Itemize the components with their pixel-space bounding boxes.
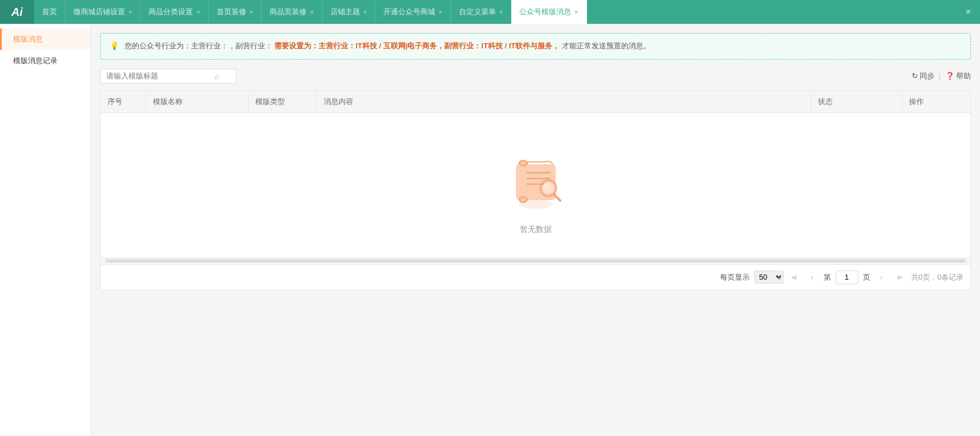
nav-tab-category[interactable]: 商品分类设置 ×: [140, 0, 208, 24]
notice-highlight: 需要设置为：主营行业：IT科技 / 互联网|电子商务，副营行业：IT科技 / I…: [274, 41, 560, 50]
total-info: 共0页，0条记录: [911, 272, 964, 283]
horizontal-scrollbar[interactable]: [101, 258, 970, 264]
help-label: 帮助: [956, 71, 971, 81]
main-layout: 模版消息 模版消息记录 💡 您的公众号行业为：主营行业：，副营行业： 需要设置为…: [0, 24, 980, 436]
nav-tab-category-close[interactable]: ×: [196, 9, 200, 15]
sidebar-item-template-msg[interactable]: 模版消息: [0, 28, 90, 50]
search-input-wrap: ⌕: [100, 69, 237, 84]
sync-label: 同步: [920, 71, 934, 81]
notice-icon: 💡: [110, 41, 119, 50]
nav-tab-homepage[interactable]: 首页装修 ×: [209, 0, 262, 24]
scrollbar-track[interactable]: [105, 259, 966, 263]
nav-tab-shop-settings[interactable]: 微商城店铺设置 ×: [65, 0, 140, 24]
nav-tab-template-msg[interactable]: 公众号模版消息 ×: [511, 0, 586, 24]
svg-point-4: [520, 197, 526, 202]
sidebar: 模版消息 模版消息记录: [0, 24, 91, 436]
nav-tab-template-msg-close[interactable]: ×: [574, 9, 578, 15]
nav-tab-product-page[interactable]: 商品页装修 ×: [262, 0, 322, 24]
nav-tab-open-mall-label: 开通公众号商城: [383, 7, 435, 17]
help-icon: ❓: [945, 72, 954, 80]
nav-tab-custom-menu[interactable]: 自定义菜单 ×: [451, 0, 511, 24]
nav-tab-home[interactable]: 首页: [34, 0, 65, 24]
sidebar-item-template-record[interactable]: 模版消息记录: [0, 50, 90, 72]
nav-tab-custom-menu-label: 自定义菜单: [459, 7, 496, 17]
page-size-select[interactable]: 50 10 20 100: [754, 271, 784, 284]
nav-tab-product-page-close[interactable]: ×: [310, 9, 313, 15]
table-header: 序号 模版名称 模版类型 消息内容 状态 操作: [101, 91, 970, 113]
empty-icon: [502, 147, 570, 215]
nav-tab-home-label: 首页: [42, 7, 57, 17]
prev-page-button[interactable]: ‹: [805, 271, 819, 284]
current-page-input[interactable]: [836, 271, 858, 284]
nav-tab-homepage-label: 首页装修: [217, 7, 246, 17]
search-input[interactable]: [106, 72, 214, 80]
page-size-prefix: 每页显示: [720, 272, 750, 283]
notice-text-prefix: 您的公众号行业为：主营行业：，副营行业：: [125, 41, 272, 50]
nav-tab-shop-settings-label: 微商城店铺设置: [73, 7, 125, 17]
nav-tab-homepage-close[interactable]: ×: [250, 9, 253, 15]
data-table: 序号 模版名称 模版类型 消息内容 状态 操作: [100, 90, 971, 290]
svg-point-11: [544, 184, 547, 187]
first-page-button[interactable]: ⊲: [787, 271, 801, 284]
nav-tab-open-mall-close[interactable]: ×: [439, 9, 442, 15]
toolbar-divider: |: [939, 72, 941, 80]
sync-icon: ↻: [912, 72, 918, 80]
notice-box: 💡 您的公众号行业为：主营行业：，副营行业： 需要设置为：主营行业：IT科技 /…: [100, 33, 971, 60]
sidebar-item-template-record-label: 模版消息记录: [13, 56, 57, 65]
help-button[interactable]: ❓ 帮助: [945, 71, 971, 81]
table-col-index: 序号: [101, 91, 146, 113]
table-col-name: 模版名称: [146, 91, 249, 113]
table-col-content: 消息内容: [317, 91, 811, 113]
table-col-type: 模版类型: [249, 91, 317, 113]
svg-point-2: [520, 161, 526, 165]
main-content: 💡 您的公众号行业为：主营行业：，副营行业： 需要设置为：主营行业：IT科技 /…: [91, 24, 980, 436]
page-di-label: 第: [824, 272, 831, 283]
nav-tab-category-label: 商品分类设置: [148, 7, 193, 17]
notice-text-suffix: 才能正常发送预置的消息。: [562, 41, 651, 50]
table-col-status: 状态: [811, 91, 902, 113]
logo: Ai: [0, 0, 34, 24]
next-page-button[interactable]: ›: [875, 271, 888, 284]
global-close-button[interactable]: ×: [957, 7, 980, 17]
sync-button[interactable]: ↻ 同步: [912, 71, 934, 81]
nav-tab-theme-label: 店铺主题: [330, 7, 360, 17]
nav-tab-product-page-label: 商品页装修: [270, 7, 307, 17]
search-bar: ⌕ ↻ 同步 | ❓ 帮助: [100, 69, 971, 84]
nav-tab-open-mall[interactable]: 开通公众号商城 ×: [375, 0, 450, 24]
empty-state: 暂无数据: [101, 113, 970, 258]
nav-tab-shop-settings-close[interactable]: ×: [129, 9, 132, 15]
sidebar-item-template-msg-label: 模版消息: [13, 35, 43, 43]
page-ye-label: 页: [863, 272, 870, 283]
nav-tab-theme[interactable]: 店铺主题 ×: [322, 0, 375, 24]
search-icon[interactable]: ⌕: [214, 72, 219, 81]
table-col-action: 操作: [902, 91, 970, 113]
empty-text: 暂无数据: [520, 225, 552, 235]
last-page-button[interactable]: ⊳: [893, 271, 907, 284]
nav-tab-custom-menu-close[interactable]: ×: [499, 9, 503, 15]
pagination: 每页显示 50 10 20 100 ∨ ⊲ ‹ 第 页 › ⊳ 共0页，0条记录: [101, 264, 970, 290]
toolbar-right: ↻ 同步 | ❓ 帮助: [912, 71, 971, 81]
top-navigation: Ai 首页 微商城店铺设置 × 商品分类设置 × 首页装修 × 商品页装修 × …: [0, 0, 980, 24]
nav-tab-theme-close[interactable]: ×: [363, 9, 367, 15]
nav-tab-template-msg-label: 公众号模版消息: [519, 7, 571, 17]
